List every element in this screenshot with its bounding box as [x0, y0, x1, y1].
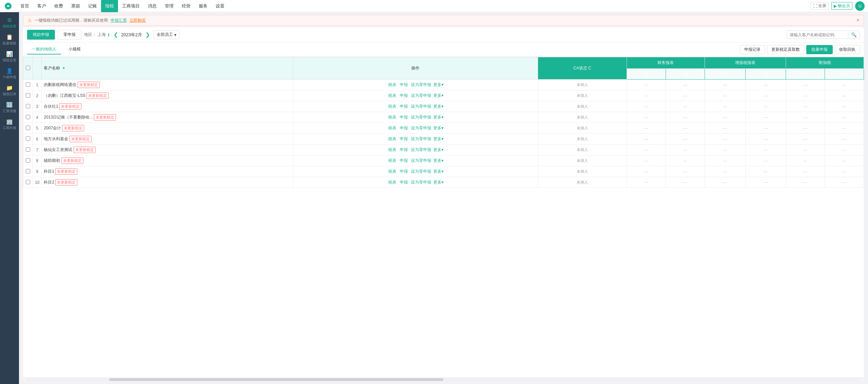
action-more-dropdown[interactable]: 更多▾ — [433, 158, 443, 163]
th-tax-report: 增值税报表 — [705, 57, 786, 69]
staff-select[interactable]: 全部员工 ▾ — [154, 30, 179, 39]
date-next-button[interactable]: ❯ — [144, 31, 151, 38]
action-zero-declare[interactable]: 设为零申报 — [411, 93, 431, 98]
action-more-dropdown[interactable]: 更多▾ — [433, 147, 443, 152]
action-tax-table[interactable]: 税表 — [388, 136, 396, 141]
user-avatar[interactable]: U — [855, 1, 865, 11]
finance-declare: — — [666, 90, 705, 101]
action-declare[interactable]: 申报 — [400, 82, 408, 87]
sidebar-item-tax-settings[interactable]: ⚙ 报税设置 — [0, 14, 19, 31]
nav-fee[interactable]: 收费 — [50, 0, 67, 12]
action-more-dropdown[interactable]: 更多▾ — [433, 104, 443, 109]
action-declare[interactable]: 申报 — [400, 158, 408, 163]
action-zero-declare[interactable]: 设为零申报 — [411, 169, 431, 174]
bottom-scrollbar[interactable] — [23, 377, 864, 381]
update-button[interactable]: 更新税定及取数 — [767, 45, 804, 54]
action-more-dropdown[interactable]: 更多▾ — [433, 82, 443, 87]
buy-link[interactable]: 立即购买 — [130, 18, 146, 23]
action-tax-table[interactable]: 税表 — [388, 169, 396, 174]
nav-manage[interactable]: 管理 — [161, 0, 178, 12]
action-declare[interactable]: 申报 — [400, 115, 408, 120]
sidebar-item-tax-overview[interactable]: 📊 报税总览 — [0, 48, 19, 65]
nav-home[interactable]: 首页 — [16, 0, 33, 12]
action-more-dropdown[interactable]: 更多▾ — [433, 136, 443, 141]
action-declare[interactable]: 申报 — [400, 104, 408, 109]
action-tax-table[interactable]: 税表 — [388, 104, 396, 109]
tab-zero-declare[interactable]: 零申报 — [58, 30, 81, 40]
action-declare[interactable]: 申报 — [400, 136, 408, 141]
tab-small-scale[interactable]: 小规模 — [64, 45, 85, 55]
row-checkbox[interactable] — [26, 93, 30, 98]
action-zero-declare[interactable]: 设为零申报 — [411, 158, 431, 163]
declare-link[interactable]: 申报汇票 — [111, 18, 127, 23]
action-declare[interactable]: 申报 — [400, 147, 408, 152]
action-tax-table[interactable]: 税表 — [388, 158, 396, 163]
search-input[interactable] — [787, 31, 848, 39]
action-declare[interactable]: 申报 — [400, 126, 408, 130]
action-tax-table[interactable]: 税表 — [388, 93, 396, 98]
nav-tax[interactable]: 报税 — [101, 0, 118, 12]
fullscreen-button[interactable]: ⛶ 全屏 — [811, 2, 829, 10]
nav-message[interactable]: 消息 — [144, 0, 161, 12]
row-checkbox[interactable] — [26, 115, 30, 119]
action-tax-table[interactable]: 税表 — [388, 115, 396, 120]
action-tax-table[interactable]: 税表 — [388, 82, 396, 87]
nav-account[interactable]: 记账 — [84, 0, 101, 12]
batch-declare-button[interactable]: 批量申报 — [806, 45, 833, 54]
finance-fill: — — [627, 134, 666, 145]
sidebar-item-tax-records[interactable]: 📁 报税记录 — [0, 82, 19, 99]
action-more-dropdown[interactable]: 更多▾ — [433, 169, 443, 174]
action-zero-declare[interactable]: 设为零申报 — [411, 180, 431, 185]
action-more-dropdown[interactable]: 更多▾ — [433, 126, 443, 130]
action-tax-table[interactable]: 税表 — [388, 147, 396, 152]
row-checkbox[interactable] — [26, 147, 30, 152]
nav-client[interactable]: 客户 — [33, 0, 50, 12]
row-checkbox[interactable] — [26, 126, 30, 130]
sidebar-item-biz-report[interactable]: 🏢 工商年报 — [0, 116, 19, 133]
table-container[interactable]: 客户名称 ▾ 操作 CA状态 C 财务报表 增值税报表 附加税 填写 申报 — [23, 57, 864, 377]
action-zero-declare[interactable]: 设为零申报 — [411, 147, 431, 152]
row-num: 3 — [33, 101, 42, 112]
announce-close-button[interactable]: × — [856, 17, 860, 23]
ca-status-cell: 未填入 — [538, 145, 627, 155]
action-zero-declare[interactable]: 设为零申报 — [411, 115, 431, 120]
row-checkbox[interactable] — [26, 104, 30, 108]
action-more-dropdown[interactable]: 更多▾ — [433, 180, 443, 185]
row-checkbox[interactable] — [26, 180, 30, 184]
revoke-button[interactable]: 收取回执 — [835, 45, 860, 54]
action-zero-declare[interactable]: 设为零申报 — [411, 136, 431, 141]
action-zero-declare[interactable]: 设为零申报 — [411, 126, 431, 130]
company-name: （勿删）江西般宝-LSS — [44, 93, 85, 98]
sidebar-item-batch-tax[interactable]: 📋 批量报税 — [0, 31, 19, 48]
nav-biz[interactable]: 工商项目 — [118, 0, 144, 12]
action-tax-table[interactable]: 税表 — [388, 126, 396, 130]
row-checkbox[interactable] — [26, 169, 30, 173]
row-checkbox[interactable] — [26, 158, 30, 163]
action-declare[interactable]: 申报 — [400, 169, 408, 174]
tax-report-declare: — — [745, 166, 786, 177]
th-name-sort[interactable]: ▾ — [63, 66, 65, 70]
tab-general-taxpayer[interactable]: 一般的纳税人 — [27, 45, 61, 55]
action-declare[interactable]: 申报 — [400, 180, 408, 185]
action-zero-declare[interactable]: 设为零申报 — [411, 82, 431, 87]
nav-invoice[interactable]: 票据 — [67, 0, 84, 12]
date-prev-button[interactable]: ❮ — [112, 31, 119, 38]
nav-operation[interactable]: 经营 — [178, 0, 195, 12]
vip-button[interactable]: ▶ 畅会员 — [831, 2, 852, 10]
action-tax-table[interactable]: 税表 — [388, 180, 396, 185]
sidebar-item-calc-clear[interactable]: 🔢 汇算清缴 — [0, 99, 19, 116]
nav-service[interactable]: 服务 — [195, 0, 212, 12]
action-more-dropdown[interactable]: 更多▾ — [433, 93, 443, 98]
action-zero-declare[interactable]: 设为零申报 — [411, 104, 431, 109]
action-declare[interactable]: 申报 — [400, 93, 408, 98]
search-button[interactable]: 🔍 — [848, 31, 860, 39]
row-checkbox[interactable] — [26, 82, 30, 87]
action-more-dropdown[interactable]: 更多▾ — [433, 115, 443, 120]
records-button[interactable]: 申报记录 — [740, 45, 765, 54]
select-all-checkbox[interactable] — [26, 66, 30, 70]
sidebar-item-personal-tax[interactable]: 👤 个税申报 — [0, 65, 19, 82]
nav-settings[interactable]: 设置 — [212, 0, 229, 12]
tab-tax-declare[interactable]: 税款申报 — [27, 30, 55, 40]
region-info-icon[interactable]: ℹ — [108, 33, 110, 37]
row-checkbox[interactable] — [26, 136, 30, 141]
